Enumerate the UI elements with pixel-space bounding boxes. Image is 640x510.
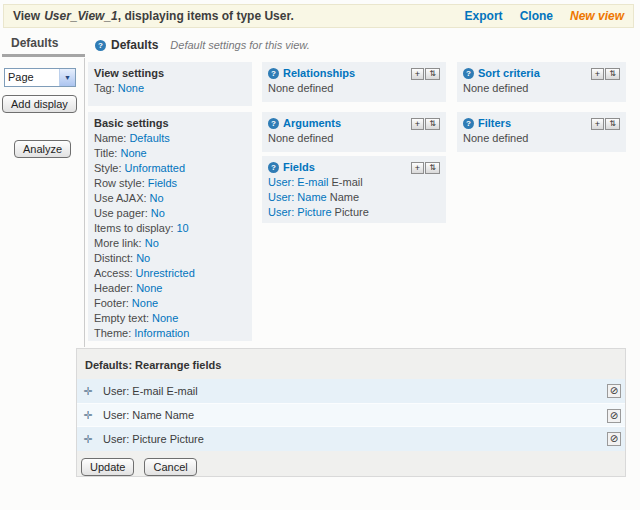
setting-row: Name:Defaults bbox=[94, 131, 246, 146]
basic-settings-title: Basic settings bbox=[94, 116, 246, 131]
view-title-prefix: View bbox=[13, 9, 40, 23]
section-header: ? Defaults Default settings for this vie… bbox=[95, 37, 310, 53]
empty-text: None defined bbox=[268, 131, 440, 146]
rearrange-icon[interactable]: ⇅ bbox=[425, 162, 440, 174]
table-row: ✛ User: Picture Picture ⊘ bbox=[77, 427, 625, 451]
setting-label: Items to display: bbox=[94, 222, 173, 234]
setting-value-link[interactable]: No bbox=[150, 192, 164, 204]
setting-value-link[interactable]: Unformatted bbox=[125, 162, 186, 174]
add-display-button[interactable]: Add display bbox=[2, 95, 77, 113]
setting-value-link[interactable]: Unrestricted bbox=[136, 267, 195, 279]
field-link[interactable]: User: Name bbox=[268, 191, 327, 203]
setting-row: Tag:None bbox=[94, 81, 246, 96]
field-label: Name bbox=[330, 191, 359, 203]
setting-label: Tag: bbox=[94, 82, 115, 94]
fields-box: ? Fields + ⇅ User: E-mailE-mail User: Na… bbox=[262, 156, 446, 223]
row-label: User: Picture Picture bbox=[103, 433, 204, 445]
setting-row: Use pager:No bbox=[94, 206, 246, 221]
setting-row: Access:Unrestricted bbox=[94, 266, 246, 281]
setting-value-link[interactable]: Information bbox=[134, 327, 189, 339]
add-icon[interactable]: + bbox=[591, 118, 604, 130]
remove-button[interactable]: ⊘ bbox=[607, 409, 621, 423]
setting-value-link[interactable]: None bbox=[152, 312, 178, 324]
drag-handle-icon[interactable]: ✛ bbox=[81, 433, 95, 446]
setting-row: Header:None bbox=[94, 281, 246, 296]
setting-label: Use AJAX: bbox=[94, 192, 147, 204]
setting-row: Row style:Fields bbox=[94, 176, 246, 191]
setting-value-link[interactable]: 10 bbox=[176, 222, 188, 234]
new-view-link[interactable]: New view bbox=[570, 9, 624, 23]
clone-link[interactable]: Clone bbox=[520, 9, 553, 23]
setting-row: Footer:None bbox=[94, 296, 246, 311]
rearrange-icon[interactable]: ⇅ bbox=[605, 118, 620, 130]
filters-title-link[interactable]: Filters bbox=[478, 116, 511, 131]
sort-criteria-title-link[interactable]: Sort criteria bbox=[478, 66, 540, 81]
view-name: User_View_1 bbox=[44, 9, 118, 23]
help-icon[interactable]: ? bbox=[463, 68, 474, 79]
section-description: Default settings for this view. bbox=[170, 39, 309, 51]
setting-row: Theme:Information bbox=[94, 326, 246, 341]
view-title: ViewUser_View_1, displaying items of typ… bbox=[13, 9, 448, 23]
basic-settings-box: Basic settings Name:Defaults Title:None … bbox=[88, 112, 252, 341]
add-icon[interactable]: + bbox=[411, 162, 424, 174]
tag-value-link[interactable]: None bbox=[118, 82, 144, 94]
relationships-title-link[interactable]: Relationships bbox=[283, 66, 355, 81]
add-icon[interactable]: + bbox=[411, 68, 424, 80]
empty-text: None defined bbox=[463, 81, 620, 96]
help-icon[interactable]: ? bbox=[95, 40, 106, 51]
display-style-select[interactable]: Page ▼ bbox=[4, 68, 76, 87]
setting-label: Header: bbox=[94, 282, 133, 294]
rearrange-icon[interactable]: ⇅ bbox=[425, 68, 440, 80]
field-label: E-mail bbox=[332, 176, 363, 188]
setting-label: Title: bbox=[94, 147, 117, 159]
arguments-box: ? Arguments + ⇅ None defined bbox=[262, 112, 446, 152]
setting-label: Row style: bbox=[94, 177, 145, 189]
rearrange-icon[interactable]: ⇅ bbox=[425, 118, 440, 130]
help-icon[interactable]: ? bbox=[463, 118, 474, 129]
filters-box: ? Filters + ⇅ None defined bbox=[457, 112, 626, 152]
help-icon[interactable]: ? bbox=[268, 118, 279, 129]
setting-label: Empty text: bbox=[94, 312, 149, 324]
setting-value-link[interactable]: None bbox=[132, 297, 158, 309]
add-icon[interactable]: + bbox=[591, 68, 604, 80]
field-link[interactable]: User: Picture bbox=[268, 206, 332, 218]
update-button[interactable]: Update bbox=[81, 458, 134, 476]
setting-row: Items to display:10 bbox=[94, 221, 246, 236]
sort-criteria-box: ? Sort criteria + ⇅ None defined bbox=[457, 62, 626, 102]
section-title: Defaults bbox=[111, 38, 158, 52]
rearrange-fields-section: Defaults: Rearrange fields ✛ User: E-mai… bbox=[76, 348, 626, 477]
field-link[interactable]: User: E-mail bbox=[268, 176, 329, 188]
drag-handle-icon[interactable]: ✛ bbox=[81, 409, 95, 422]
chevron-down-icon: ▼ bbox=[59, 69, 75, 86]
help-icon[interactable]: ? bbox=[268, 68, 279, 79]
setting-value-link[interactable]: None bbox=[136, 282, 162, 294]
drag-handle-icon[interactable]: ✛ bbox=[81, 385, 95, 398]
setting-value-link[interactable]: No bbox=[145, 237, 159, 249]
setting-row: Style:Unformatted bbox=[94, 161, 246, 176]
setting-label: Theme: bbox=[94, 327, 131, 339]
setting-row: Distinct:No bbox=[94, 251, 246, 266]
setting-value-link[interactable]: Fields bbox=[148, 177, 177, 189]
setting-value-link[interactable]: None bbox=[120, 147, 146, 159]
export-link[interactable]: Export bbox=[465, 9, 503, 23]
arguments-title-link[interactable]: Arguments bbox=[283, 116, 341, 131]
rearrange-icon[interactable]: ⇅ bbox=[605, 68, 620, 80]
setting-label: Use pager: bbox=[94, 207, 148, 219]
empty-text: None defined bbox=[268, 81, 440, 96]
form-actions: Update Cancel bbox=[77, 451, 625, 476]
setting-value-link[interactable]: Defaults bbox=[129, 132, 169, 144]
cancel-button[interactable]: Cancel bbox=[144, 458, 196, 476]
remove-button[interactable]: ⊘ bbox=[607, 384, 621, 398]
setting-label: Footer: bbox=[94, 297, 129, 309]
view-message-bar: ViewUser_View_1, displaying items of typ… bbox=[3, 4, 634, 28]
add-icon[interactable]: + bbox=[411, 118, 424, 130]
view-settings-box: View settings Tag:None bbox=[88, 62, 252, 106]
fields-title-link[interactable]: Fields bbox=[283, 160, 315, 175]
remove-button[interactable]: ⊘ bbox=[607, 432, 621, 446]
tab-defaults[interactable]: Defaults bbox=[2, 33, 85, 57]
setting-value-link[interactable]: No bbox=[151, 207, 165, 219]
setting-value-link[interactable]: No bbox=[136, 252, 150, 264]
row-label: User: Name Name bbox=[103, 409, 194, 421]
help-icon[interactable]: ? bbox=[268, 162, 279, 173]
analyze-button[interactable]: Analyze bbox=[14, 140, 71, 158]
